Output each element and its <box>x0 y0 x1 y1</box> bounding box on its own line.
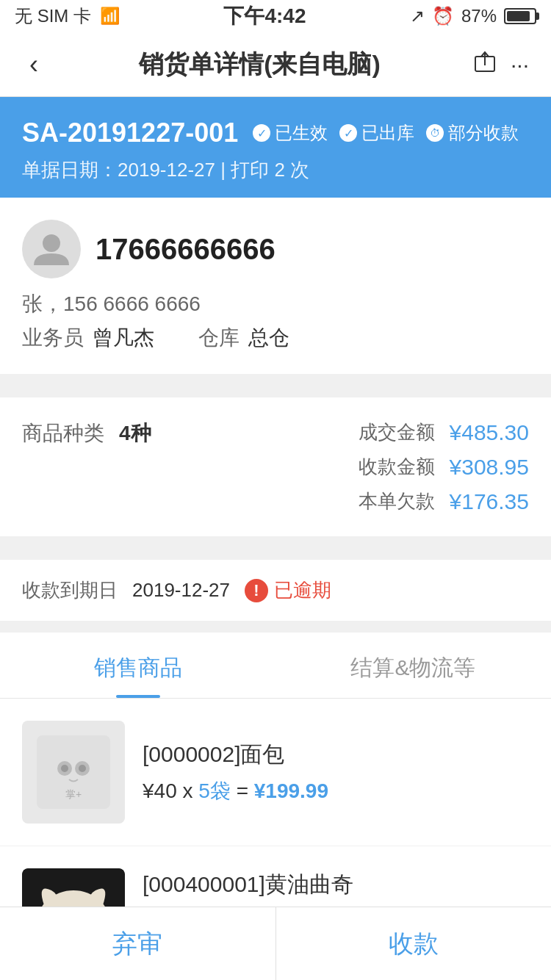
tab-settlement[interactable]: 结算&物流等 <box>276 633 551 698</box>
svg-text:掌+: 掌+ <box>65 788 82 800</box>
warehouse-meta: 仓库 总仓 <box>198 324 289 352</box>
wifi-icon: 📶 <box>100 7 120 26</box>
divider-1 <box>0 386 551 397</box>
debt-amount-value: ¥176.35 <box>450 489 529 514</box>
stats-right: 成交金额 ¥485.30 收款金额 ¥308.95 本单欠款 ¥176.35 <box>359 419 529 514</box>
product-unit-price-1: ¥40 <box>143 779 177 802</box>
battery-icon <box>504 8 536 24</box>
customer-top: 17666666666 <box>22 220 529 278</box>
status-bar: 无 SIM 卡 📶 下午4:42 ↗ ⏰ 87% <box>0 0 551 32</box>
stats-row: 商品种类 4种 成交金额 ¥485.30 收款金额 ¥308.95 本单欠款 ¥… <box>22 419 529 514</box>
overdue-icon: ! <box>245 579 268 602</box>
deal-amount-line: 成交金额 ¥485.30 <box>359 419 529 445</box>
status-bar-left: 无 SIM 卡 📶 <box>15 4 120 28</box>
deal-amount-value: ¥485.30 <box>450 420 529 445</box>
status-badges: ✓ 已生效 ✓ 已出库 ⏱ 部分收款 <box>253 121 519 145</box>
product-equals-1: = <box>237 779 254 802</box>
received-amount-value: ¥308.95 <box>450 455 529 480</box>
salesperson-meta: 业务员 曾凡杰 <box>22 324 154 352</box>
bottom-bar: 弃审 收款 <box>0 907 551 980</box>
share-icon[interactable] <box>474 51 496 78</box>
page-title: 销货单详情(来自电脑) <box>46 48 474 82</box>
status-bar-right: ↗ ⏰ 87% <box>410 6 536 26</box>
debt-amount-line: 本单欠款 ¥176.35 <box>359 489 529 514</box>
debt-amount-label: 本单欠款 <box>359 489 435 514</box>
status-badge-partial: ⏱ 部分收款 <box>426 121 519 145</box>
salesperson-label: 业务员 <box>22 324 84 352</box>
product-image-1: 掌+ <box>22 721 125 824</box>
status-active-text: 已生效 <box>275 121 328 145</box>
product-total-1: ¥199.99 <box>254 779 328 802</box>
table-row: 掌+ [0000002]面包 ¥40 x 5袋 = ¥199.99 <box>0 699 551 846</box>
stats-left: 商品种类 4种 <box>22 419 151 447</box>
due-date-value: 2019-12-27 <box>132 579 230 602</box>
received-amount-label: 收款金额 <box>359 454 435 480</box>
warehouse-value: 总仓 <box>248 324 289 352</box>
overdue-badge: ! 已逾期 <box>245 577 331 603</box>
header-card: SA-20191227-001 ✓ 已生效 ✓ 已出库 ⏱ 部分收款 单据日期：… <box>0 97 551 198</box>
header-card-top: SA-20191227-001 ✓ 已生效 ✓ 已出库 ⏱ 部分收款 <box>22 118 529 148</box>
carrier-text: 无 SIM 卡 <box>15 4 91 28</box>
warehouse-label: 仓库 <box>198 324 240 352</box>
product-type-value: 4种 <box>119 419 151 447</box>
tabs: 销售商品 结算&物流等 <box>0 633 551 699</box>
salesperson-value: 曾凡杰 <box>93 324 154 352</box>
back-button[interactable]: ‹ <box>22 42 46 87</box>
stats-card: 商品种类 4种 成交金额 ¥485.30 收款金额 ¥308.95 本单欠款 ¥… <box>0 397 551 536</box>
divider-2 <box>0 548 551 560</box>
due-card: 收款到期日 2019-12-27 ! 已逾期 <box>0 560 551 621</box>
status-bar-time: 下午4:42 <box>223 2 306 30</box>
customer-meta: 业务员 曾凡杰 仓库 总仓 <box>22 324 529 352</box>
alarm-icon: ⏰ <box>432 6 454 26</box>
divider-3 <box>0 621 551 633</box>
deal-amount-label: 成交金额 <box>359 419 435 445</box>
order-id: SA-20191227-001 <box>22 118 238 148</box>
product-qty-1: 5袋 <box>198 779 231 802</box>
product-name-2: [000400001]黄油曲奇 <box>143 870 529 900</box>
status-badge-shipped: ✓ 已出库 <box>339 121 414 145</box>
received-amount-line: 收款金额 ¥308.95 <box>359 454 529 480</box>
svg-point-2 <box>43 234 60 252</box>
nav-bar: ‹ 销货单详情(来自电脑) ··· <box>0 32 551 97</box>
location-icon: ↗ <box>410 6 425 26</box>
status-shipped-text: 已出库 <box>361 121 414 145</box>
due-date-label: 收款到期日 <box>22 577 118 603</box>
check-icon-1: ✓ <box>253 124 270 142</box>
svg-point-7 <box>79 765 86 772</box>
nav-actions: ··· <box>474 51 529 78</box>
customer-contact: 张，156 6666 6666 <box>22 290 529 318</box>
product-name-1: [0000002]面包 <box>143 740 529 770</box>
overdue-text: 已逾期 <box>274 577 331 603</box>
product-type-label: 商品种类 <box>22 419 104 447</box>
customer-card: 17666666666 张，156 6666 6666 业务员 曾凡杰 仓库 总… <box>0 198 551 374</box>
product-multiply-1: x <box>183 779 199 802</box>
product-price-1: ¥40 x 5袋 = ¥199.99 <box>143 777 529 805</box>
battery-text: 87% <box>461 6 497 26</box>
product-placeholder-1: 掌+ <box>22 721 125 824</box>
status-badge-active: ✓ 已生效 <box>253 121 328 145</box>
more-icon[interactable]: ··· <box>511 52 529 77</box>
check-icon-2: ✓ <box>339 124 357 142</box>
collect-payment-button[interactable]: 收款 <box>276 907 552 980</box>
tab-products[interactable]: 销售商品 <box>0 633 276 698</box>
avatar <box>22 220 81 278</box>
cancel-review-button[interactable]: 弃审 <box>0 907 276 980</box>
svg-point-6 <box>61 765 68 772</box>
clock-icon: ⏱ <box>426 124 444 142</box>
customer-phone: 17666666666 <box>96 233 276 266</box>
header-date: 单据日期：2019-12-27 | 打印 2 次 <box>22 157 529 183</box>
status-partial-text: 部分收款 <box>448 121 519 145</box>
product-info-1: [0000002]面包 ¥40 x 5袋 = ¥199.99 <box>143 740 529 805</box>
